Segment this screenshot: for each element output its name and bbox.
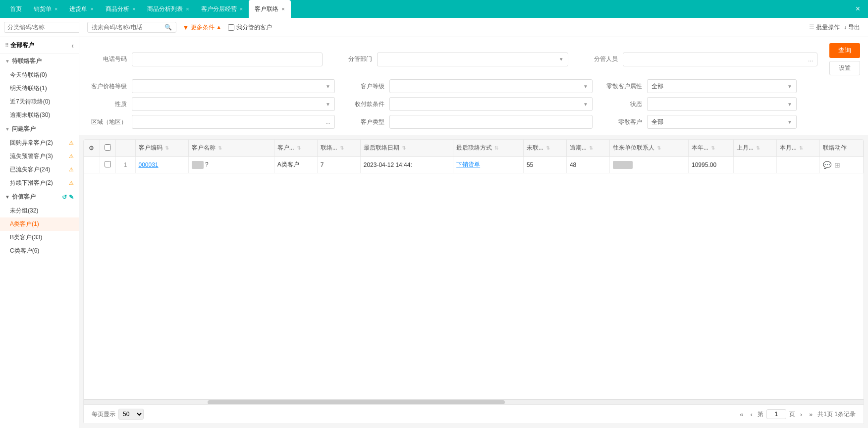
table-col-name-sort[interactable]: ⇅ bbox=[218, 145, 222, 151]
nav-goods-list[interactable]: 商品分析列表 × bbox=[141, 0, 195, 18]
batch-operation-button[interactable]: ☰ 批量操作 bbox=[809, 23, 840, 32]
table-col-contact-count-sort[interactable]: ⇅ bbox=[340, 145, 344, 151]
filter-dept-select[interactable]: ▼ bbox=[377, 53, 568, 66]
nav-customer-contact[interactable]: 客户联络 × bbox=[249, 0, 290, 18]
sidebar-item-declining[interactable]: 持续下滑客户(2) ⚠ bbox=[0, 176, 79, 190]
sidebar-group-pending[interactable]: ▼ 待联络客户 bbox=[0, 54, 79, 68]
export-button[interactable]: ↓ 导出 bbox=[844, 23, 860, 32]
first-page-button[interactable]: « bbox=[738, 410, 745, 419]
sidebar-item-tomorrow-pending[interactable]: 明天待联络(1) bbox=[0, 82, 79, 95]
filter-manager-input[interactable]: ... bbox=[623, 53, 817, 66]
filter-phone-input[interactable] bbox=[132, 53, 323, 66]
filter-manager-dots[interactable]: ... bbox=[808, 56, 813, 63]
filter-search-icon[interactable]: 🔍 bbox=[164, 24, 172, 31]
last-page-button[interactable]: » bbox=[807, 410, 814, 419]
my-customers-filter[interactable]: 我分管的客户 bbox=[228, 23, 272, 32]
table-col-actions-label: 联络动作 bbox=[823, 144, 847, 151]
row-action-message-icon[interactable]: 💬 bbox=[823, 161, 831, 169]
window-close-button[interactable]: × bbox=[852, 4, 864, 13]
table-cell-code: 000031 bbox=[135, 157, 188, 173]
nav-sales-close[interactable]: × bbox=[54, 6, 57, 12]
sidebar-all-customers[interactable]: ⠿ 全部客户 ‹ bbox=[0, 37, 79, 54]
horizontal-scrollbar-thumb[interactable] bbox=[208, 400, 505, 404]
horizontal-scrollbar-track[interactable] bbox=[84, 399, 864, 404]
filter-customer-level-select[interactable]: ▼ bbox=[389, 79, 593, 93]
prev-page-button[interactable]: ‹ bbox=[748, 410, 754, 419]
nav-goods-analysis-close[interactable]: × bbox=[132, 6, 135, 12]
row-checkbox[interactable] bbox=[105, 161, 111, 167]
row-action-qr-icon[interactable]: ⊞ bbox=[834, 161, 840, 169]
gear-icon[interactable]: ⚙ bbox=[89, 145, 94, 152]
my-customers-checkbox[interactable] bbox=[228, 24, 234, 31]
query-button[interactable]: 查询 bbox=[829, 43, 860, 58]
table-col-code-sort[interactable]: ⇅ bbox=[165, 145, 169, 151]
row-code[interactable]: 000031 bbox=[139, 161, 159, 168]
sidebar-item-class-b[interactable]: B类客户(33) bbox=[0, 231, 79, 244]
sidebar-group-value-edit-icon[interactable]: ✎ bbox=[69, 194, 74, 201]
table-col-this-month-sort[interactable]: ⇅ bbox=[799, 145, 803, 151]
sidebar-item-churn-warning-icon: ⚠ bbox=[69, 153, 74, 160]
filter-status-select[interactable]: ▼ bbox=[647, 97, 797, 111]
table-body: 1 000031 ? A类客户 bbox=[84, 157, 864, 173]
table-col-overdue-sort[interactable]: ⇅ bbox=[589, 145, 593, 151]
filter-manager-label: 分管人员 bbox=[578, 55, 623, 63]
sidebar-item-overdue-contact[interactable]: 逾期未联络(30) bbox=[0, 108, 79, 122]
filter-region-input[interactable]: ... bbox=[132, 115, 335, 129]
nav-customer-segment[interactable]: 客户分层经营 × bbox=[195, 0, 249, 18]
nav-home[interactable]: 首页 bbox=[4, 0, 28, 18]
sidebar-item-class-a[interactable]: A类客户(1) bbox=[0, 217, 79, 231]
filter-customer-type-input[interactable] bbox=[389, 115, 593, 129]
nav-purchase[interactable]: 进货单 × bbox=[63, 0, 99, 18]
sidebar-item-lost-customers[interactable]: 已流失客户(24) ⚠ bbox=[0, 163, 79, 176]
sidebar-item-churn-warning[interactable]: 流失预警客户(3) ⚠ bbox=[0, 150, 79, 163]
sidebar-group-value[interactable]: ▼ 价值客户 ↺ ✎ bbox=[0, 190, 79, 204]
sidebar-group-problem-arrow: ▼ bbox=[5, 126, 10, 132]
sidebar-search-input[interactable] bbox=[4, 22, 79, 33]
filter-dept: 分管部门 ▼ bbox=[332, 53, 578, 66]
table-col-last-month-sort[interactable]: ⇅ bbox=[756, 145, 760, 151]
row-contact-person-placeholder bbox=[613, 161, 633, 169]
settings-button[interactable]: 设置 bbox=[829, 61, 860, 75]
table-col-gear: ⚙ bbox=[84, 140, 100, 157]
sidebar-item-7days-pending[interactable]: 近7天待联络(0) bbox=[0, 95, 79, 108]
nav-sales[interactable]: 销货单 × bbox=[28, 0, 63, 18]
next-page-button[interactable]: › bbox=[798, 410, 804, 419]
table-scroll-area[interactable]: ⚙ 客户编码 ⇅ 客户名称 bbox=[84, 140, 864, 399]
filter-dept-label: 分管部门 bbox=[332, 55, 377, 63]
filter-payment-select[interactable]: ▼ bbox=[389, 97, 593, 111]
sidebar-group-problem[interactable]: ▼ 问题客户 bbox=[0, 122, 79, 136]
row-last-contact-method[interactable]: 下销货单 bbox=[456, 161, 480, 168]
nav-goods-list-close[interactable]: × bbox=[186, 6, 189, 12]
nav-customer-segment-close[interactable]: × bbox=[240, 6, 243, 12]
table-col-last-contact-method-sort[interactable]: ⇅ bbox=[494, 145, 498, 151]
table-col-type-sort[interactable]: ⇅ bbox=[297, 145, 301, 151]
page-number-input[interactable] bbox=[766, 409, 786, 419]
filter-retail-attr-arrow: ▼ bbox=[787, 84, 792, 89]
page-size-select[interactable]: 50 100 200 bbox=[118, 409, 144, 420]
sidebar-item-ungrouped[interactable]: 未分组(32) bbox=[0, 204, 79, 217]
export-label: 导出 bbox=[848, 23, 860, 32]
filter-nature-select[interactable]: ▼ bbox=[132, 97, 335, 111]
table-col-not-contact-sort[interactable]: ⇅ bbox=[546, 145, 550, 151]
nav-customer-contact-close[interactable]: × bbox=[281, 6, 284, 12]
filter-price-level-select[interactable]: ▼ bbox=[132, 79, 335, 93]
filter-retail-attr-select[interactable]: 全部 ▼ bbox=[647, 79, 797, 93]
filter-region-dots[interactable]: ... bbox=[326, 118, 330, 125]
nav-purchase-close[interactable]: × bbox=[90, 6, 93, 12]
filter-row-3: 性质 ▼ 收付款条件 ▼ 状态 ▼ bbox=[87, 97, 860, 111]
filter-retail-select[interactable]: 全部 ▼ bbox=[647, 115, 797, 129]
sidebar-group-value-refresh-icon[interactable]: ↺ bbox=[62, 194, 67, 201]
table-col-last-contact-date-sort[interactable]: ⇅ bbox=[402, 145, 406, 151]
sidebar-item-class-c[interactable]: C类客户(6) bbox=[0, 244, 79, 258]
nav-goods-analysis[interactable]: 商品分析 × bbox=[100, 0, 141, 18]
sidebar-item-repurchase-abnormal[interactable]: 回购异常客户(2) ⚠ bbox=[0, 136, 79, 150]
table-select-all-checkbox[interactable] bbox=[105, 144, 111, 151]
filter-payment-arrow: ▼ bbox=[583, 102, 588, 107]
filter-search-input[interactable] bbox=[92, 24, 164, 31]
filter-more-button[interactable]: ▼ 更多条件 ▲ bbox=[182, 23, 222, 32]
sidebar-collapse-icon[interactable]: ‹ bbox=[71, 42, 74, 50]
sidebar-item-declining-label: 持续下滑客户(2) bbox=[10, 179, 53, 187]
table-col-this-year-sort[interactable]: ⇅ bbox=[711, 145, 715, 151]
table-col-contact-person-sort[interactable]: ⇅ bbox=[657, 145, 661, 151]
sidebar-item-today-pending[interactable]: 今天待联络(0) bbox=[0, 68, 79, 82]
